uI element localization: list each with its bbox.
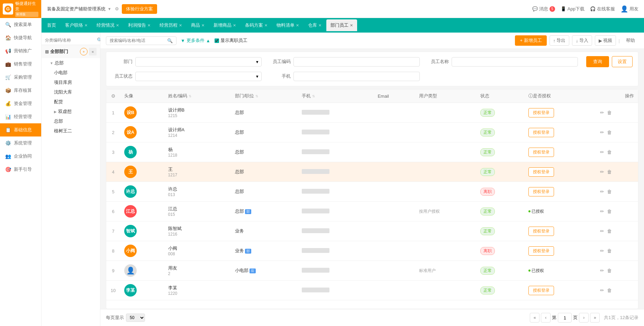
phone-input[interactable] xyxy=(293,72,420,81)
auth-login-btn[interactable]: 授权登录 xyxy=(528,148,554,157)
dept-search-input[interactable] xyxy=(45,38,97,43)
delete-icon[interactable]: 🗑 xyxy=(607,209,612,214)
video-btn[interactable]: ▶ 视频 xyxy=(595,35,616,46)
add-dept-btn[interactable]: + xyxy=(80,48,88,55)
emp-code-input[interactable] xyxy=(293,57,420,67)
message-action[interactable]: 💬 消息 5 xyxy=(532,6,555,12)
edit-icon[interactable]: ✏ xyxy=(600,110,604,115)
tree-item-distribution[interactable]: 配货 xyxy=(42,97,100,107)
tree-item-shenyang[interactable]: 沈阳大库 xyxy=(42,87,100,97)
tab-profit[interactable]: 利润报告 ✕ xyxy=(124,19,155,31)
tab-close-icon[interactable]: ✕ xyxy=(116,23,119,28)
tree-item-small-elec[interactable]: 小电部 xyxy=(42,68,100,78)
tree-item-zhishu[interactable]: 植树王二 xyxy=(42,126,100,136)
gear-icon[interactable]: ⚙ xyxy=(115,6,119,11)
tab-warehouse[interactable]: 仓库 ✕ xyxy=(304,19,326,31)
help-btn[interactable]: 帮助 xyxy=(623,36,638,45)
sidebar-item-sales[interactable]: 💼 销售管理 xyxy=(0,58,41,71)
experience-btn[interactable]: 体验行业方案 xyxy=(122,4,157,14)
show-resigned-checkbox[interactable]: 显示离职员工 xyxy=(215,37,247,44)
page-size-select[interactable]: 50 100 xyxy=(126,314,145,322)
auth-login-btn[interactable]: 授权登录 xyxy=(528,128,554,137)
sidebar-item-guide[interactable]: 🎯 新手引导 xyxy=(0,163,41,176)
sidebar-item-inventory[interactable]: 📦 库存核算 xyxy=(0,84,41,97)
delete-icon[interactable]: 🗑 xyxy=(607,149,612,155)
last-page-btn[interactable]: » xyxy=(590,313,600,323)
import-btn[interactable]: ↓ 导入 xyxy=(572,35,592,46)
tab-close-icon[interactable]: ✕ xyxy=(147,23,151,28)
sidebar-item-marketing[interactable]: 📢 营销推广 xyxy=(0,44,41,58)
tree-item-general-dept[interactable]: ▼ 总部 xyxy=(42,58,100,68)
tab-close-icon[interactable]: ✕ xyxy=(233,23,236,28)
edit-icon[interactable]: ✏ xyxy=(600,209,604,214)
sidebar-item-collab[interactable]: 👥 企业协同 xyxy=(0,150,41,163)
delete-icon[interactable]: 🗑 xyxy=(607,268,612,273)
tab-add-goods[interactable]: 新增商品 ✕ xyxy=(209,19,240,31)
tab-close-icon[interactable]: ✕ xyxy=(318,23,321,28)
auth-login-btn[interactable]: 授权登录 xyxy=(528,108,554,117)
tree-item-general[interactable]: 总部 xyxy=(42,116,100,126)
delete-icon[interactable]: 🗑 xyxy=(607,110,612,115)
export-btn[interactable]: ↑ 导出 xyxy=(550,35,570,46)
tab-close-icon[interactable]: ✕ xyxy=(179,23,182,28)
edit-icon[interactable]: ✏ xyxy=(600,149,604,155)
delete-icon[interactable]: 🗑 xyxy=(607,288,612,293)
col-dept[interactable]: 部门/职位 ⇅ xyxy=(231,89,298,103)
edit-icon[interactable]: ✏ xyxy=(600,288,604,293)
edit-icon[interactable]: ✏ xyxy=(600,189,604,194)
sidebar-item-purchase[interactable]: 🛒 采购管理 xyxy=(0,71,41,84)
col-phone[interactable]: 手机 ⇅ xyxy=(298,89,373,103)
sort-dept-icon[interactable]: ⇅ xyxy=(255,94,258,98)
tab-home[interactable]: 首页 xyxy=(43,19,60,31)
auth-login-btn[interactable]: 授权登录 xyxy=(528,227,554,236)
auth-login-btn[interactable]: 授权登录 xyxy=(528,167,554,177)
edit-icon[interactable]: ✏ xyxy=(600,130,604,135)
settings-icon[interactable]: ⚙ xyxy=(111,93,116,99)
add-employee-btn[interactable]: + 新增员工 xyxy=(515,35,546,46)
sidebar-item-quicknav[interactable]: 🏠 快捷导航 xyxy=(0,31,41,44)
tab-operation-status[interactable]: 经营情况 ✕ xyxy=(92,19,123,31)
user-action[interactable]: 👤 用友 xyxy=(620,5,638,13)
tree-item-project-room[interactable]: 项目库房 xyxy=(42,78,100,87)
page-number-input[interactable] xyxy=(558,313,572,323)
auth-login-btn[interactable]: 授权登录 xyxy=(528,246,554,256)
sidebar-item-search[interactable]: 🔍 搜索菜单 xyxy=(0,18,41,31)
delete-icon[interactable]: 🗑 xyxy=(607,189,612,194)
dept-select[interactable]: ▾ xyxy=(135,57,262,67)
next-page-btn[interactable]: › xyxy=(579,313,589,323)
auth-login-btn[interactable]: 授权登录 xyxy=(528,187,554,196)
delete-icon[interactable]: 🗑 xyxy=(607,228,612,234)
tab-customer[interactable]: 客户联络 ✕ xyxy=(61,19,92,31)
delete-icon[interactable]: 🗑 xyxy=(607,130,612,135)
query-btn[interactable]: 查询 xyxy=(586,56,609,67)
tab-goods[interactable]: 商品 ✕ xyxy=(187,19,209,31)
search-input[interactable] xyxy=(110,38,165,43)
tab-dept-employee[interactable]: 部门员工 ✕ xyxy=(326,19,357,31)
tab-close-icon[interactable]: ✕ xyxy=(264,23,267,28)
tab-barcode[interactable]: 条码方案 ✕ xyxy=(241,19,272,31)
emp-status-select[interactable]: ▾ xyxy=(135,72,262,81)
sort-phone-icon[interactable]: ⇅ xyxy=(312,94,315,98)
auth-login-btn[interactable]: 授权登录 xyxy=(528,286,554,295)
delete-icon[interactable]: 🗑 xyxy=(607,248,612,254)
edit-icon[interactable]: ✏ xyxy=(600,268,604,273)
tab-close-icon[interactable]: ✕ xyxy=(296,23,299,28)
sidebar-item-finance[interactable]: 💰 资金管理 xyxy=(0,97,41,110)
prev-page-btn[interactable]: ‹ xyxy=(541,313,551,323)
set-btn[interactable]: 设置 xyxy=(612,56,633,67)
sidebar-item-basic-info[interactable]: 📋 基础信息 xyxy=(0,123,41,136)
tab-bom[interactable]: 物料清单 ✕ xyxy=(272,19,303,31)
edit-icon[interactable]: ✏ xyxy=(600,248,604,254)
edit-icon[interactable]: ✏ xyxy=(600,169,604,175)
tab-close-icon[interactable]: ✕ xyxy=(201,23,205,28)
sidebar-item-system[interactable]: ⚙️ 系统管理 xyxy=(0,136,41,150)
collapse-btn[interactable]: « xyxy=(89,48,97,55)
online-service-action[interactable]: 🎧 在线客服 xyxy=(590,6,615,12)
tree-item-shuangxu[interactable]: ▶ 双虚想 xyxy=(42,107,100,116)
tab-history[interactable]: 经营历程 ✕ xyxy=(155,19,186,31)
more-filter-btn[interactable]: ▼ 更多条件 ▲ xyxy=(181,37,210,44)
tab-close-icon[interactable]: ✕ xyxy=(350,23,353,28)
tab-close-icon[interactable]: ✕ xyxy=(84,23,88,28)
edit-icon[interactable]: ✏ xyxy=(600,228,604,234)
delete-icon[interactable]: 🗑 xyxy=(607,169,612,175)
